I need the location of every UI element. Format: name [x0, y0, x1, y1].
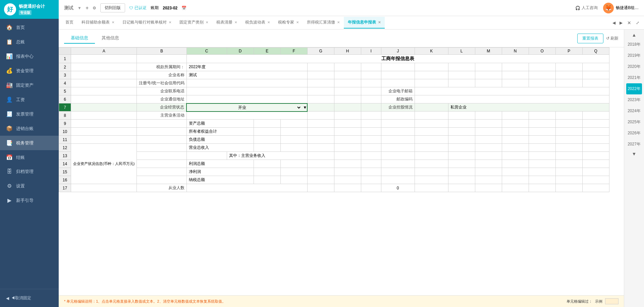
cell-13-G[interactable]: [307, 152, 334, 160]
cell-13-M[interactable]: [475, 152, 502, 160]
cell-10-A[interactable]: [71, 128, 137, 136]
cell-14-P[interactable]: [555, 160, 582, 168]
cell-17-I[interactable]: [361, 184, 381, 192]
cell-3-J[interactable]: [381, 71, 415, 79]
cell-12-F[interactable]: [280, 144, 307, 152]
cell-16-H[interactable]: [334, 176, 361, 184]
cell-6-I[interactable]: [361, 95, 381, 103]
cell-3-P[interactable]: [555, 71, 582, 79]
cell-13-Q[interactable]: [582, 152, 609, 160]
cell-12-M[interactable]: [475, 144, 502, 152]
cell-10-N[interactable]: [502, 128, 529, 136]
cell-11-B[interactable]: [137, 136, 186, 144]
cell-11-O[interactable]: [529, 136, 555, 144]
topbar-settings-icon[interactable]: ⚙: [93, 6, 96, 10]
sidebar-item-report[interactable]: 📊报表中心: [0, 49, 59, 63]
cell-17-L[interactable]: [448, 184, 475, 192]
cell-4-L[interactable]: [448, 79, 475, 87]
sidebar-item-purchase[interactable]: 📦进销台账: [0, 121, 59, 136]
cell-4-O[interactable]: [529, 79, 555, 87]
cell-3-Q[interactable]: [582, 71, 609, 79]
cell-5-A[interactable]: [71, 87, 137, 95]
tab-next-button[interactable]: ▶: [618, 19, 625, 27]
business-status-select[interactable]: 开业 注销 吊销 迁出 撤销: [187, 105, 302, 110]
cell-3-C[interactable]: 测试: [186, 71, 307, 79]
cell-2-C[interactable]: 2022年度: [186, 63, 307, 71]
cell-17-P[interactable]: [555, 184, 582, 192]
cell-15-Q[interactable]: [582, 168, 609, 176]
cell-16-E[interactable]: [254, 176, 280, 184]
cell-2-G[interactable]: [307, 63, 334, 71]
cell-8-I[interactable]: [361, 112, 381, 120]
cell-5-I[interactable]: [361, 87, 381, 95]
cell-16-C[interactable]: 纳税总额: [186, 176, 254, 184]
cell-14-G[interactable]: [307, 160, 334, 168]
topbar-add-icon[interactable]: +: [86, 5, 89, 11]
cell-8-C[interactable]: [186, 112, 307, 120]
cell-11-P[interactable]: [555, 136, 582, 144]
year-2022年[interactable]: 2022年: [626, 83, 642, 94]
cell-11-M[interactable]: [475, 136, 502, 144]
cell-9-N[interactable]: [502, 120, 529, 128]
cell-4-K[interactable]: [415, 79, 448, 87]
tab-prev-button[interactable]: ◀: [610, 19, 618, 27]
cell-12-P[interactable]: [555, 144, 582, 152]
cell-12-K[interactable]: [415, 144, 448, 152]
cell-12-G[interactable]: [307, 144, 334, 152]
cell-6-G[interactable]: [307, 95, 334, 103]
cell-1-A[interactable]: [71, 55, 137, 63]
cell-15-K[interactable]: [415, 168, 448, 176]
cell-11-F[interactable]: [280, 136, 307, 144]
cell-7-L[interactable]: 私营企业: [448, 103, 609, 112]
tab-expand-button[interactable]: ⤢: [634, 19, 641, 27]
cell-11-A[interactable]: [71, 136, 137, 144]
year-2024年[interactable]: 2024年: [626, 105, 642, 117]
cell-4-J[interactable]: [381, 79, 415, 87]
cell-10-F[interactable]: [280, 128, 307, 136]
cell-2-B[interactable]: 税款所属期间：: [137, 63, 186, 71]
cell-4-G[interactable]: [307, 79, 334, 87]
cell-12-B[interactable]: [137, 144, 186, 152]
cell-17-M[interactable]: [475, 184, 502, 192]
cell-9-C[interactable]: 资产总额: [186, 120, 254, 128]
cell-10-L[interactable]: [448, 128, 475, 136]
cell-8-L[interactable]: [448, 112, 475, 120]
cell-13-P[interactable]: [555, 152, 582, 160]
cell-14-O[interactable]: [529, 160, 555, 168]
cell-11-H[interactable]: [334, 136, 361, 144]
cell-17-H[interactable]: [334, 184, 361, 192]
year-up-button[interactable]: ▲: [631, 31, 638, 39]
cell-8-K[interactable]: [415, 112, 448, 120]
cell-3-K[interactable]: [415, 71, 448, 79]
cell-9-E[interactable]: [254, 120, 280, 128]
cell-5-H[interactable]: [334, 87, 361, 95]
cell-15-O[interactable]: [529, 168, 555, 176]
tab-close-tax_wave[interactable]: ✕: [267, 20, 270, 24]
tab-aux[interactable]: 科目辅助余额表✕: [77, 17, 118, 29]
reset-report-button[interactable]: 重置报表: [577, 34, 603, 43]
cell-10-H[interactable]: [334, 128, 361, 136]
cell-15-N[interactable]: [502, 168, 529, 176]
sidebar-item-archive[interactable]: 🗄归档管理: [0, 165, 59, 179]
cell-16-B[interactable]: [137, 176, 186, 184]
cell-11-N[interactable]: [502, 136, 529, 144]
cell-2-L[interactable]: [448, 63, 475, 71]
year-2020年[interactable]: 2020年: [626, 61, 642, 72]
cell-13-J[interactable]: [381, 152, 415, 160]
cell-16-P[interactable]: [555, 176, 582, 184]
cell-7-C[interactable]: 开业 注销 吊销 迁出 撤销 ▼: [186, 103, 307, 112]
tab-tax_expert[interactable]: 税检专家✕: [274, 17, 303, 29]
year-2021年[interactable]: 2021年: [626, 72, 642, 83]
cell-11-I[interactable]: [361, 136, 381, 144]
cell-2-Q[interactable]: [582, 63, 609, 71]
cell-16-O[interactable]: [529, 176, 555, 184]
cell-8-Q[interactable]: [582, 112, 609, 120]
cell-14-C[interactable]: 利润总额: [186, 160, 254, 168]
cell-14-F[interactable]: [280, 160, 307, 168]
cell-17-C[interactable]: [186, 184, 307, 192]
cell-10-O[interactable]: [529, 128, 555, 136]
cell-9-F[interactable]: [280, 120, 307, 128]
cell-2-H[interactable]: [334, 63, 361, 71]
year-2027年[interactable]: 2027年: [626, 139, 642, 150]
cell-15-H[interactable]: [334, 168, 361, 176]
